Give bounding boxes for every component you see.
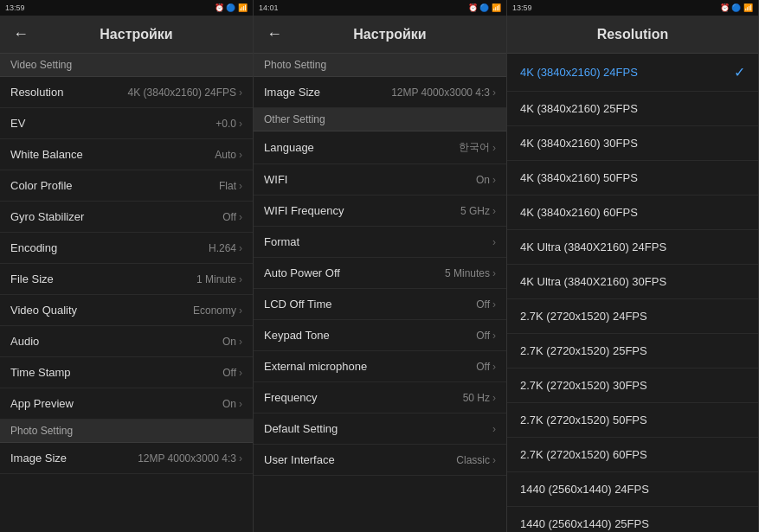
setting-value: 4K (3840x2160) 24FPS› <box>128 87 242 99</box>
setting-value: 1 Minute› <box>196 273 242 285</box>
resolution-label: 2.7K (2720x1520) 60FPS <box>520 448 647 461</box>
setting-row[interactable]: Audio On› <box>0 326 253 357</box>
check-icon: ✓ <box>734 64 745 80</box>
back-button-2[interactable]: ← <box>267 25 282 43</box>
setting-label: Resolution <box>10 86 63 99</box>
header-title-1: Настройки <box>33 27 240 42</box>
resolution-row[interactable]: 4K (3840x2160) 60FPS <box>507 195 758 230</box>
setting-row[interactable]: White Balance Auto› <box>0 139 253 170</box>
chevron-icon: › <box>492 267 496 279</box>
resolution-label: 4K Ultra (3840X2160) 30FPS <box>520 275 666 288</box>
section-header: Video Setting <box>0 54 253 77</box>
chevron-icon: › <box>492 423 496 435</box>
resolution-row[interactable]: 4K (3840x2160) 25FPS <box>507 92 758 126</box>
setting-row[interactable]: Format › <box>254 227 506 258</box>
chevron-icon: › <box>492 236 496 248</box>
resolution-row[interactable]: 2.7K (2720x1520) 50FPS <box>507 403 758 438</box>
setting-label: App Preview <box>10 397 74 410</box>
panel-other-settings: 14:01 ⏰ 🔵 📶 ← Настройки Photo Setting Im… <box>254 0 507 532</box>
setting-value: On› <box>476 174 496 186</box>
setting-row[interactable]: User Interface Classic› <box>254 445 506 476</box>
setting-row[interactable]: Resolution 4K (3840x2160) 24FPS› <box>0 77 253 108</box>
panel-video-settings: 13:59 ⏰ 🔵 📶 ← Настройки Video Setting Re… <box>0 0 254 532</box>
setting-label: User Interface <box>264 453 335 466</box>
setting-label: Image Size <box>264 86 320 99</box>
setting-value: H.264› <box>209 242 242 254</box>
back-button-1[interactable]: ← <box>13 25 29 43</box>
chevron-icon: › <box>492 142 496 154</box>
setting-value: › <box>492 423 496 435</box>
setting-label: LCD Off Time <box>264 298 332 311</box>
setting-label: White Balance <box>10 148 83 161</box>
resolution-label: 2.7K (2720x1520) 30FPS <box>520 379 647 392</box>
setting-value: +0.0› <box>215 118 242 130</box>
resolution-label: 4K (3840x2160) 24FPS <box>520 66 638 79</box>
resolution-label: 4K (3840x2160) 60FPS <box>520 206 638 219</box>
chevron-icon: › <box>239 87 242 99</box>
chevron-icon: › <box>239 211 242 223</box>
setting-value: 12MP 4000x3000 4:3› <box>138 452 242 465</box>
resolution-row[interactable]: 2.7K (2720x1520) 60FPS <box>507 438 758 472</box>
setting-row[interactable]: WIFI Frequency 5 GHz› <box>254 195 506 227</box>
chevron-icon: › <box>239 242 242 254</box>
setting-row[interactable]: Auto Power Off 5 Minutes› <box>254 258 506 289</box>
setting-label: Language <box>264 141 314 154</box>
setting-label: Image Size <box>10 452 67 465</box>
setting-label: Color Profile <box>10 179 73 192</box>
chevron-icon: › <box>239 149 242 161</box>
setting-value: Off› <box>476 330 496 342</box>
resolution-row[interactable]: 4K (3840x2160) 50FPS <box>507 161 758 195</box>
setting-row[interactable]: Keypad Tone Off› <box>254 320 506 351</box>
setting-row[interactable]: Default Setting › <box>254 413 506 445</box>
chevron-icon: › <box>492 87 496 99</box>
setting-label: EV <box>10 117 25 130</box>
resolution-label: 4K Ultra (3840X2160) 24FPS <box>520 240 666 253</box>
resolution-row[interactable]: 2.7K (2720x1520) 25FPS <box>507 334 758 369</box>
setting-label: Default Setting <box>264 422 338 435</box>
setting-row[interactable]: EV +0.0› <box>0 108 253 139</box>
setting-row[interactable]: Color Profile Flat› <box>0 170 253 202</box>
setting-row[interactable]: Image Size 12MP 4000x3000 4:3› <box>254 77 506 108</box>
setting-row[interactable]: Gyro Stabilizer Off› <box>0 202 253 233</box>
resolution-row[interactable]: 4K Ultra (3840X2160) 30FPS <box>507 265 758 299</box>
resolution-label: 4K (3840x2160) 25FPS <box>520 102 638 115</box>
resolution-row[interactable]: 4K (3840x2160) 30FPS <box>507 126 758 161</box>
resolution-row[interactable]: 1440 (2560x1440) 25FPS <box>507 507 758 532</box>
section-header: Other Setting <box>254 108 506 131</box>
chevron-icon: › <box>492 298 496 311</box>
setting-row[interactable]: Encoding H.264› <box>0 233 253 264</box>
setting-value: Auto› <box>215 149 242 161</box>
resolution-list: 4K (3840x2160) 24FPS ✓ 4K (3840x2160) 25… <box>507 54 758 532</box>
setting-row[interactable]: Language 한국어› <box>254 131 506 164</box>
chevron-icon: › <box>492 330 496 342</box>
resolution-row[interactable]: 1440 (2560x1440) 24FPS <box>507 472 758 507</box>
setting-value: 50 Hz› <box>463 392 496 404</box>
status-bar-2: 14:01 ⏰ 🔵 📶 <box>254 0 506 16</box>
setting-row[interactable]: App Preview On› <box>0 388 253 420</box>
setting-row[interactable]: LCD Off Time Off› <box>254 289 506 320</box>
resolution-row[interactable]: 4K (3840x2160) 24FPS ✓ <box>507 54 758 92</box>
status-time-2: 14:01 <box>259 3 279 12</box>
setting-label: Encoding <box>10 241 57 254</box>
resolution-row[interactable]: 2.7K (2720x1520) 24FPS <box>507 299 758 334</box>
resolution-row[interactable]: 2.7K (2720x1520) 30FPS <box>507 369 758 403</box>
setting-row[interactable]: File Size 1 Minute› <box>0 264 253 295</box>
setting-row[interactable]: Video Quality Economy› <box>0 295 253 326</box>
chevron-icon: › <box>239 273 242 285</box>
setting-row[interactable]: Time Stamp Off› <box>0 357 253 388</box>
chevron-icon: › <box>239 304 242 317</box>
setting-value: Classic› <box>456 454 496 466</box>
setting-label: External microphone <box>264 360 367 373</box>
setting-row[interactable]: Frequency 50 Hz› <box>254 382 506 413</box>
chevron-icon: › <box>239 118 242 130</box>
status-time-1: 13:59 <box>5 3 25 12</box>
resolution-row[interactable]: 4K Ultra (3840X2160) 24FPS <box>507 230 758 265</box>
section-header: Photo Setting <box>0 420 253 443</box>
header-title-3: Resolution <box>520 27 745 42</box>
setting-row[interactable]: Image Size 12MP 4000x3000 4:3› <box>0 443 253 474</box>
setting-row[interactable]: WIFI On› <box>254 164 506 195</box>
setting-label: WIFI <box>264 173 287 186</box>
setting-label: Frequency <box>264 391 317 404</box>
status-icons-3: ⏰ 🔵 📶 <box>720 3 753 12</box>
setting-row[interactable]: External microphone Off› <box>254 351 506 382</box>
